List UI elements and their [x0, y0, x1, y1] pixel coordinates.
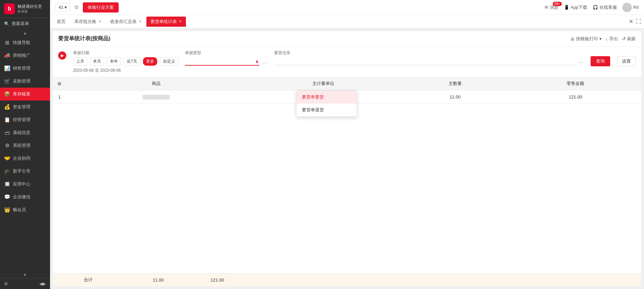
tab-receive-summary[interactable]: 收发存汇总表 ✕ [106, 17, 146, 27]
filter-warehouse-more[interactable]: … [578, 58, 584, 64]
filter-date-year[interactable]: 本年 [107, 57, 121, 66]
settings-btn[interactable]: ⚙ [74, 4, 79, 10]
tab-expand-icon[interactable]: ⛶ [636, 19, 641, 25]
chevron-up-icon: ▲ [255, 59, 259, 64]
sidebar-item-finance[interactable]: 💰 资金管理 [0, 101, 50, 113]
filter-date-7[interactable]: 近7天 [124, 57, 140, 66]
tab-requisition-stats[interactable]: 要货单统计表 ✕ [146, 17, 186, 27]
filter-bar: ▶ 单据日期 上月 本月 本年 近7天 更多 自定义 2023-05-06 至 … [53, 47, 641, 77]
th-settings[interactable]: ⚙ [53, 77, 66, 90]
tab-close-all-icon[interactable]: ✕ [629, 18, 633, 25]
basic-icon: 🗃 [4, 130, 10, 136]
tab-inventory-batch[interactable]: 库存批次账 ✕ [70, 17, 105, 27]
avatar [622, 3, 632, 12]
sidebar-item-guide[interactable]: 🎓 新手引导 [0, 165, 50, 178]
tab-requisition-stats-label: 要货单统计表 [150, 19, 177, 25]
tab-bar: 首页 库存批次账 ✕ 收发存汇总表 ✕ 要货单统计表 ✕ ✕ ⛶ [50, 15, 644, 28]
refresh-btn[interactable]: ↺ 刷新 [622, 36, 636, 42]
company-number: 41 [58, 5, 63, 10]
filter-date-more[interactable]: 更多 [143, 57, 157, 66]
filter-warehouse-label: 要货仓库 [274, 50, 584, 56]
user-name: Rit [633, 5, 639, 10]
sidebar-item-quick-nav[interactable]: ⊞ 快捷导航 [0, 36, 50, 49]
trial-btn[interactable]: 体验行业方案 [83, 2, 119, 13]
search-icon: 🔍 [4, 21, 9, 26]
print-btn[interactable]: 🖨 按模板打印 ▾ [570, 36, 602, 42]
tab-receive-summary-close[interactable]: ✕ [139, 19, 142, 24]
tab-inventory-batch-close[interactable]: ✕ [98, 19, 101, 24]
operation-icon: 📋 [4, 117, 10, 123]
filter-type-label: 单据类型 [185, 50, 267, 56]
tab-home[interactable]: 首页 [53, 17, 70, 27]
sidebar-scroll-down[interactable]: ▼ [0, 271, 50, 278]
chevron-down-icon: ▾ [65, 5, 67, 10]
sidebar-item-system[interactable]: ⚙ 系统管理 [0, 139, 50, 152]
filter-date-custom[interactable]: 自定义 [160, 57, 178, 66]
header-left: 41 ▾ ⚙ 体验行业方案 [55, 2, 119, 13]
company-selector[interactable]: 41 ▾ [55, 3, 70, 12]
row-no: 1 [53, 90, 66, 104]
sidebar-item-wechat[interactable]: 💬 企业微信 [0, 191, 50, 203]
user-avatar-btn[interactable]: Rit [622, 3, 639, 12]
sidebar-item-basic[interactable]: 🗃 基础信息 [0, 126, 50, 139]
print-icon: 🖨 [570, 36, 575, 41]
messages-btn[interactable]: ✉ 消息 99+ [545, 4, 558, 10]
settings-btn[interactable]: 设置 [617, 56, 636, 66]
sidebar-scroll-up[interactable]: ▲ [0, 29, 50, 36]
th-product: 商品 [66, 77, 246, 90]
sales-icon: 📊 [4, 65, 10, 71]
sidebar-item-operation[interactable]: 📋 经营管理 [0, 113, 50, 126]
refresh-icon: ↺ [622, 36, 626, 41]
sidebar-item-label: 基础信息 [13, 130, 30, 136]
sidebar-item-label: 快捷导航 [13, 40, 30, 46]
sidebar-item-sales[interactable]: 📊 销售管理 [0, 62, 50, 75]
logo-line1: 畅捷通好生意 [18, 4, 42, 9]
header-right: ✉ 消息 99+ 📱 App下载 🎧 在线客服 Rit [545, 3, 639, 12]
sidebar-footer: ⚙ ◀▶ [0, 278, 50, 289]
footer-qty: 11.00 [124, 277, 192, 283]
sidebar-item-marketing[interactable]: 📣 营销推广 [0, 49, 50, 62]
filter-date-shang[interactable]: 上月 [73, 57, 87, 66]
row-product [66, 90, 246, 104]
tab-requisition-stats-close[interactable]: ✕ [179, 19, 182, 24]
filter-date-range: 2023-05-06 至 2023-06-06 [73, 68, 178, 73]
collapse-icon[interactable]: ◀▶ [39, 281, 46, 286]
sidebar-item-label: 资金管理 [13, 104, 30, 110]
filter-warehouse-input[interactable] [274, 57, 577, 65]
filter-type-more[interactable]: … [262, 59, 267, 65]
logo-icon: b [4, 3, 15, 14]
sidebar-item-label: 库存核算 [13, 91, 30, 97]
dropdown-item-requisition[interactable]: 要货单要货 [296, 91, 357, 104]
phone-icon: 📱 [564, 5, 569, 10]
sidebar-item-inventory[interactable]: 📦 库存核算 [0, 88, 50, 101]
app-download-btn[interactable]: 📱 App下载 [564, 4, 587, 10]
filter-expand-btn[interactable]: ▶ [58, 51, 66, 60]
row-amount: 121.00 [510, 90, 641, 104]
th-amount: 零售金额 [510, 77, 641, 90]
sidebar-item-label: 系统管理 [13, 142, 30, 149]
sidebar-item-enterprise[interactable]: 🤝 企业协同 [0, 152, 50, 165]
filter-date-ben[interactable]: 本月 [90, 57, 104, 66]
type-dropdown: 要货单要货 要货单退货 [296, 90, 357, 117]
sidebar-item-purchase[interactable]: 🛒 采购管理 [0, 75, 50, 88]
online-service-btn[interactable]: 🎧 在线客服 [593, 4, 617, 10]
sidebar-search[interactable]: 🔍 搜索菜单 [0, 18, 50, 29]
export-icon: ↓ [606, 36, 608, 41]
export-btn[interactable]: ↓ 导出 [606, 36, 618, 42]
sidebar-item-member[interactable]: 👑 畅会员 [0, 203, 50, 216]
query-btn[interactable]: 查询 [591, 56, 610, 66]
filter-type-select[interactable]: ▲ [185, 57, 259, 66]
headset-icon: 🎧 [593, 5, 598, 10]
sidebar-item-appstore[interactable]: 🔲 应用中心 [0, 178, 50, 191]
sidebar-item-label: 畅会员 [13, 207, 26, 213]
dropdown-item-return[interactable]: 要货单退货 [296, 104, 357, 116]
header: 41 ▾ ⚙ 体验行业方案 ✉ 消息 99+ 📱 App下载 🎧 在线客服 R [50, 0, 644, 15]
online-service-label: 在线客服 [599, 4, 617, 10]
sidebar-item-label: 销售管理 [13, 65, 30, 71]
sidebar-search-label: 搜索菜单 [11, 21, 29, 27]
logo: b 畅捷通好生意 标准版 [0, 0, 50, 18]
settings-icon[interactable]: ⚙ [4, 281, 8, 286]
page-actions: 🖨 按模板打印 ▾ ↓ 导出 ↺ 刷新 [570, 36, 636, 42]
filter-warehouse-group: 要货仓库 … [274, 50, 584, 65]
sidebar-item-label: 营销推广 [13, 52, 30, 59]
